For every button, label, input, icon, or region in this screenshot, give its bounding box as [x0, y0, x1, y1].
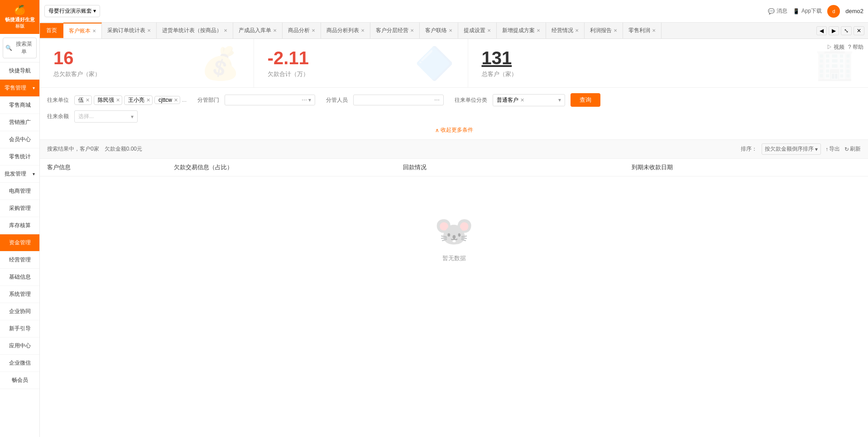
message-icon: 💬 — [768, 8, 775, 14]
sidebar-item-quick-nav[interactable]: 快捷导航 — [0, 62, 39, 80]
tab-customer-tier[interactable]: 客户分层经营 ✕ — [370, 23, 420, 38]
stat-actions: ▷ 视频 ? 帮助 — [827, 43, 863, 51]
tab-close-icon[interactable]: ✕ — [147, 28, 151, 33]
tab-new-commission[interactable]: 新增提成方案 ✕ — [497, 23, 546, 38]
stat-card-customers: 💰 16 总欠款客户（家） — [40, 39, 254, 87]
filter-row-2: 往来余额 选择... ▾ — [47, 110, 861, 123]
dept-filter-select[interactable]: ⋯ ▾ — [225, 95, 315, 105]
logo-icon: 🍊 — [14, 5, 25, 15]
sidebar-item-ecommerce[interactable]: 电商管理 — [0, 183, 39, 200]
tabs-scroll: 客户账本 ✕ 采购订单统计表 ✕ 进货单统计表（按商品） ✕ 产成品入库单 ✕ … — [63, 23, 813, 38]
help-button[interactable]: ? 帮助 — [848, 43, 863, 51]
sidebar-item-operations[interactable]: 经营管理 — [0, 252, 39, 269]
tab-close-icon[interactable]: ✕ — [312, 28, 315, 33]
col-overdue-date: 到期未收款日期 — [632, 163, 861, 171]
app-name: 畅捷通好生意 — [5, 16, 35, 23]
video-help-button[interactable]: ▷ 视频 — [827, 43, 844, 51]
refresh-button[interactable]: ↻ 刷新 — [844, 145, 861, 153]
tab-commission-settings[interactable]: 提成设置 ✕ — [458, 23, 497, 38]
category-tag-remove[interactable]: ✕ — [520, 97, 524, 103]
tab-customer-account[interactable]: 客户账本 ✕ — [63, 23, 102, 38]
tab-close-icon[interactable]: ✕ — [361, 28, 364, 33]
tab-close-icon[interactable]: ✕ — [537, 28, 540, 33]
unit-tag-chen-remove[interactable]: ✕ — [116, 97, 120, 103]
tabs-expand-button[interactable]: ⤡ — [841, 26, 852, 35]
sidebar-item-purchase[interactable]: 采购管理 — [0, 200, 39, 217]
topbar-right: 💬 消息 📱 App下载 d demo2 — [768, 5, 863, 18]
sidebar-item-enterprise[interactable]: 企业协同 — [0, 303, 39, 320]
search-menu-button[interactable]: 🔍 搜索菜单 — [3, 38, 37, 58]
filter-row-1: 往来单位 伍 ✕ 陈民强 ✕ 王小亮 ✕ cjttcw — [47, 93, 861, 107]
category-dropdown-icon: ▾ — [558, 97, 561, 103]
refresh-icon: ↻ — [844, 146, 849, 152]
tab-close-icon[interactable]: ✕ — [92, 28, 96, 33]
tabs-next-button[interactable]: ▶ — [829, 26, 839, 35]
category-filter-select[interactable]: 普通客户 ✕ ▾ — [493, 94, 565, 106]
sidebar-item-vip[interactable]: 畅会员 — [0, 372, 39, 389]
query-button[interactable]: 查询 — [571, 93, 600, 107]
tab-customer-contact[interactable]: 客户联络 ✕ — [420, 23, 458, 38]
unit-tag-more[interactable]: ... — [182, 97, 187, 103]
tab-close-icon[interactable]: ✕ — [273, 28, 277, 33]
tabs-close-all-button[interactable]: ✕ — [854, 26, 864, 35]
tab-home[interactable]: 首页 — [40, 23, 63, 38]
stat-card-amount: 🔷 -2.11 欠款合计（万） — [254, 39, 468, 87]
tab-purchase-stats-product[interactable]: 进货单统计表（按商品） ✕ — [157, 23, 233, 38]
sidebar-item-system[interactable]: 系统管理 — [0, 286, 39, 303]
message-button[interactable]: 💬 消息 — [768, 7, 787, 15]
total-customers-label: 总客户（家） — [482, 70, 517, 78]
tab-product-inbound[interactable]: 产成品入库单 ✕ — [233, 23, 283, 38]
tab-purchase-order-stats[interactable]: 采购订单统计表 ✕ — [102, 23, 157, 38]
staff-filter-label: 分管人员 — [326, 96, 348, 104]
balance-filter-select[interactable]: 选择... ▾ — [74, 110, 138, 123]
sidebar-search-area: 🔍 搜索菜单 — [0, 34, 39, 62]
tab-product-analysis-list[interactable]: 商品分析列表 ✕ — [321, 23, 370, 38]
total-debit-amount: -2.11 — [268, 48, 309, 68]
sidebar-item-wechat[interactable]: 企业微信 — [0, 355, 39, 372]
sort-select[interactable]: 按欠款金额倒序排序 ▾ — [762, 143, 821, 155]
sidebar-item-retail-stats[interactable]: 零售统计 — [0, 148, 39, 166]
sidebar-item-inventory[interactable]: 库存核算 — [0, 217, 39, 234]
staff-filter-select[interactable]: ⋯ — [353, 95, 444, 105]
sidebar-item-retail-mall[interactable]: 零售商城 — [0, 97, 39, 114]
unit-tag-wu-remove[interactable]: ✕ — [86, 97, 90, 103]
unit-tag-cjttcw-remove[interactable]: ✕ — [174, 97, 178, 103]
collapse-row: ∧ 收起更多条件 — [47, 126, 861, 134]
download-icon: 📱 — [793, 8, 800, 14]
sidebar-item-newbie[interactable]: 新手引导 — [0, 320, 39, 337]
tab-close-icon[interactable]: ✕ — [224, 28, 227, 33]
app-download-button[interactable]: 📱 App下载 — [793, 7, 822, 15]
tab-retail-profit[interactable]: 零售利润 ✕ — [623, 23, 662, 38]
unit-tag-wu: 伍 ✕ — [74, 95, 92, 105]
sidebar-item-finance[interactable]: 资金管理 — [0, 234, 39, 252]
sidebar-item-marketing[interactable]: 营销推广 — [0, 114, 39, 131]
tab-close-icon[interactable]: ✕ — [575, 28, 579, 33]
empty-icon: 🐭 — [434, 213, 474, 250]
collapse-button[interactable]: ∧ 收起更多条件 — [435, 126, 473, 134]
tab-close-icon[interactable]: ✕ — [487, 28, 491, 33]
sidebar-item-retail-mgmt[interactable]: 零售管理 ▾ — [0, 80, 39, 97]
unit-tag-chen: 陈民强 ✕ — [94, 95, 122, 105]
tabs-prev-button[interactable]: ◀ — [816, 26, 827, 35]
user-avatar[interactable]: d — [827, 5, 840, 18]
tab-close-icon[interactable]: ✕ — [652, 28, 656, 33]
tab-close-icon[interactable]: ✕ — [614, 28, 617, 33]
balance-filter-label: 往来余额 — [47, 113, 69, 120]
topbar-left: 母婴行业演示账套 ▾ — [44, 5, 764, 17]
export-button[interactable]: ↑ 导出 — [825, 145, 840, 153]
tab-operations[interactable]: 经营情况 ✕ — [546, 23, 585, 38]
sidebar-item-member-center[interactable]: 会员中心 — [0, 131, 39, 148]
tab-close-icon[interactable]: ✕ — [449, 28, 452, 33]
page-content: 💰 16 总欠款客户（家） 🔷 -2.11 欠款合计（万） 🏢 131 总客户（… — [40, 39, 868, 437]
tab-product-analysis[interactable]: 商品分析 ✕ — [283, 23, 321, 38]
sidebar-item-app-center[interactable]: 应用中心 — [0, 337, 39, 355]
category-tag-normal: 普通客户 ✕ — [497, 96, 524, 104]
unit-tag-wang-remove[interactable]: ✕ — [146, 97, 150, 103]
sidebar-item-wholesale-mgmt[interactable]: 批发管理 ▾ — [0, 166, 39, 183]
search-icon: 🔍 — [5, 45, 12, 51]
sidebar-item-basic-info[interactable]: 基础信息 — [0, 269, 39, 286]
tab-profit-report[interactable]: 利润报告 ✕ — [585, 23, 623, 38]
tab-close-icon[interactable]: ✕ — [410, 28, 414, 33]
stat-bg-icon2: 🔷 — [415, 45, 454, 82]
workspace-selector[interactable]: 母婴行业演示账套 ▾ — [44, 5, 100, 17]
